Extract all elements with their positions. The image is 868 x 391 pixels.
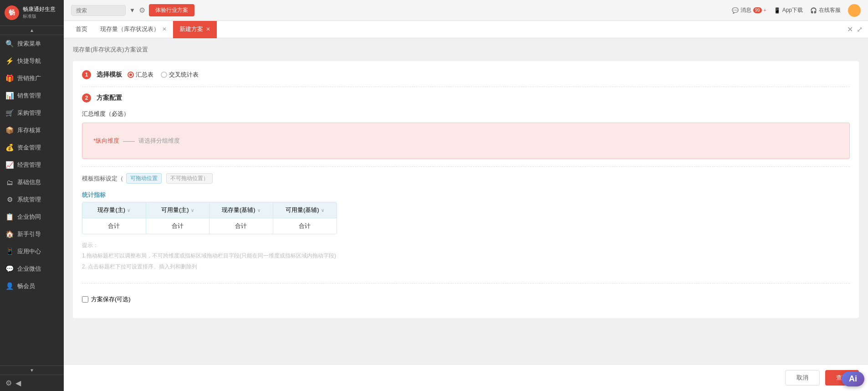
scheme-panel: 1 选择模板 汇总表 交叉统计表	[73, 61, 859, 318]
sidebar-item-search[interactable]: 🔍 搜索菜单	[0, 35, 64, 52]
stats-col-0[interactable]: 现存量(主) ∨	[82, 202, 146, 218]
sidebar-nav: 🔍 搜索菜单 ⚡ 快捷导航 🎁 营销推广 📊 销售管理 🛒 采购管理 📦 库存核…	[0, 35, 64, 365]
online-service-item[interactable]: 🎧 在线客服	[810, 6, 841, 14]
tab-close-btn[interactable]: ✕	[847, 25, 853, 34]
chat-icon: 💬	[5, 265, 14, 273]
contract-icon: 📋	[5, 213, 14, 221]
search-input[interactable]	[71, 5, 126, 16]
sidebar-item-contract[interactable]: 📋 企业协同	[0, 208, 64, 226]
save-row: 方案保存(可选)	[82, 290, 850, 309]
page-title: 现存量(库存状况表)方案设置	[73, 46, 859, 54]
mobile-icon: 📱	[5, 247, 14, 256]
stats-table-header: 现存量(主) ∨ 可用量(主) ∨ 现存量(基辅) ∨ 可用量(基辅)	[82, 202, 337, 218]
message-item[interactable]: 💬 消息 99 +	[732, 6, 766, 14]
save-checkbox[interactable]	[82, 296, 88, 303]
chart-icon: 📊	[5, 92, 14, 100]
app-edition: 标准版	[23, 13, 56, 20]
tab-new-scheme[interactable]: 新建方案 ✕	[173, 21, 217, 38]
dimension-config-label: 汇总维度（必选）	[82, 110, 850, 118]
save-label: 方案保存(可选)	[91, 295, 131, 304]
topbar-left: ▼ ⚙ 体验行业方案	[71, 4, 194, 16]
indicator-settings-label: 模板指标设定（ 可拖动位置 不可拖动位置）	[82, 173, 850, 184]
sidebar-item-apps[interactable]: 📱 应用中心	[0, 243, 64, 260]
tabs-bar: 首页 现存量（库存状况表） ✕ 新建方案 ✕ ✕ ⤢	[64, 21, 868, 38]
stats-col-2[interactable]: 现存量(基辅) ∨	[209, 202, 273, 218]
footer: 取消 查询	[64, 364, 868, 391]
gift-icon: 🎁	[5, 74, 14, 82]
sidebar-item-quicknav[interactable]: ⚡ 快捷导航	[0, 52, 64, 70]
chevron-3-icon: ∨	[321, 208, 324, 213]
message-bell-icon: 💬	[732, 7, 739, 14]
sidebar-item-operation[interactable]: 📈 经营管理	[0, 156, 64, 174]
gear-sidebar-icon: ⚙	[5, 196, 14, 204]
step1-row: 1 选择模板 汇总表 交叉统计表	[82, 70, 850, 79]
radio-summary[interactable]: 汇总表	[128, 71, 153, 79]
member-icon: 👤	[5, 282, 14, 290]
home-icon: 🏠	[5, 230, 14, 238]
sidebar-item-marketing[interactable]: 🎁 营销推广	[0, 70, 64, 87]
trend-icon: 📈	[5, 161, 14, 169]
tab-inventory-close[interactable]: ✕	[162, 26, 167, 32]
ai-fab-button[interactable]: Ai	[842, 371, 864, 386]
divider-1	[82, 87, 850, 87]
collapse-icon[interactable]: ◀	[15, 379, 21, 387]
box-icon: 📦	[5, 126, 14, 134]
tab-inventory[interactable]: 现存量（库存状况表） ✕	[94, 21, 173, 38]
sidebar-item-system[interactable]: ⚙ 系统管理	[0, 191, 64, 208]
radio-cross-circle	[161, 72, 167, 78]
content-area: 现存量(库存状况表)方案设置 1 选择模板 汇总表 交叉统计表	[64, 38, 868, 364]
lightning-icon: ⚡	[5, 57, 14, 65]
settings-footer-icon[interactable]: ⚙	[5, 379, 12, 387]
tab-new-scheme-close[interactable]: ✕	[206, 26, 210, 32]
sidebar-item-inventory[interactable]: 📦 库存核算	[0, 122, 64, 139]
sidebar-item-basic[interactable]: 🗂 基础信息	[0, 174, 64, 191]
main-area: ▼ ⚙ 体验行业方案 💬 消息 99 + 📱 App下载 🎧 在线客服	[64, 0, 868, 391]
sidebar-item-wechat[interactable]: 💬 企业微信	[0, 260, 64, 278]
files-icon: 🗂	[5, 179, 14, 186]
not-draggable-tag: 不可拖动位置）	[166, 173, 213, 184]
topbar-gear-icon[interactable]: ⚙	[139, 6, 145, 15]
radio-cross[interactable]: 交叉统计表	[161, 71, 199, 79]
money-icon: 💰	[5, 144, 14, 152]
dimension-box[interactable]: *纵向维度 —— 请选择分组维度	[82, 123, 850, 159]
tab-home[interactable]: 首页	[69, 21, 94, 38]
cancel-button[interactable]: 取消	[785, 370, 820, 386]
scroll-up-btn[interactable]: ▲	[0, 26, 64, 35]
dimension-placeholder: *纵向维度 —— 请选择分组维度	[93, 137, 180, 145]
chevron-0-icon: ∨	[127, 208, 130, 213]
tip-1: 2. 点击标题栏下拉可设置排序、插入列和删除列	[82, 261, 850, 272]
stats-col-3[interactable]: 可用量(基辅) ∨	[273, 202, 337, 218]
draggable-tag: 可拖动位置	[126, 173, 162, 184]
topbar-right: 💬 消息 99 + 📱 App下载 🎧 在线客服	[732, 4, 861, 17]
message-label: 消息	[740, 6, 751, 14]
sidebar-item-member[interactable]: 👤 畅会员	[0, 278, 64, 295]
sidebar-item-finance[interactable]: 💰 资金管理	[0, 139, 64, 156]
dim-required-label: *纵向维度	[93, 137, 119, 145]
tab-expand-btn[interactable]: ⤢	[857, 25, 863, 34]
scroll-down-btn[interactable]: ▼	[0, 365, 64, 375]
sidebar: 畅 畅康通好生意 标准版 ▲ 🔍 搜索菜单 ⚡ 快捷导航 🎁 营销推广 📊 销售…	[0, 0, 64, 391]
stats-label: 统计指标	[82, 191, 850, 199]
dim-line: ——	[123, 138, 135, 144]
tip-0: 1.拖动标题栏可以调整布局，不可跨维度或指标区域拖动栏目字段(只能在同一维度或指…	[82, 250, 850, 261]
topbar-search-icon[interactable]: ▼	[129, 7, 135, 14]
sidebar-item-newbie[interactable]: 🏠 新手引导	[0, 226, 64, 243]
divider-3	[82, 283, 850, 283]
trial-button[interactable]: 体验行业方案	[149, 4, 194, 16]
sidebar-item-sales[interactable]: 📊 销售管理	[0, 87, 64, 104]
tips-section: 提示： 1.拖动标题栏可以调整布局，不可跨维度或指标区域拖动栏目字段(只能在同一…	[82, 242, 850, 272]
divider-2	[82, 166, 850, 167]
step1-label: 选择模板	[97, 71, 122, 79]
template-radio-group: 汇总表 交叉统计表	[128, 71, 199, 79]
user-avatar[interactable]	[848, 4, 861, 17]
stats-col-1[interactable]: 可用量(主) ∨	[146, 202, 210, 218]
topbar: ▼ ⚙ 体验行业方案 💬 消息 99 + 📱 App下载 🎧 在线客服	[64, 0, 868, 21]
stats-body-cell-2: 合计	[209, 218, 273, 234]
step1-num: 1	[82, 70, 91, 79]
app-download-item[interactable]: 📱 App下载	[774, 6, 803, 14]
indicator-settings: 模板指标设定（ 可拖动位置 不可拖动位置）	[82, 173, 850, 184]
cart-icon: 🛒	[5, 109, 14, 117]
message-plus: +	[764, 8, 766, 13]
sidebar-item-purchase[interactable]: 🛒 采购管理	[0, 104, 64, 122]
radio-summary-dot	[129, 73, 132, 76]
